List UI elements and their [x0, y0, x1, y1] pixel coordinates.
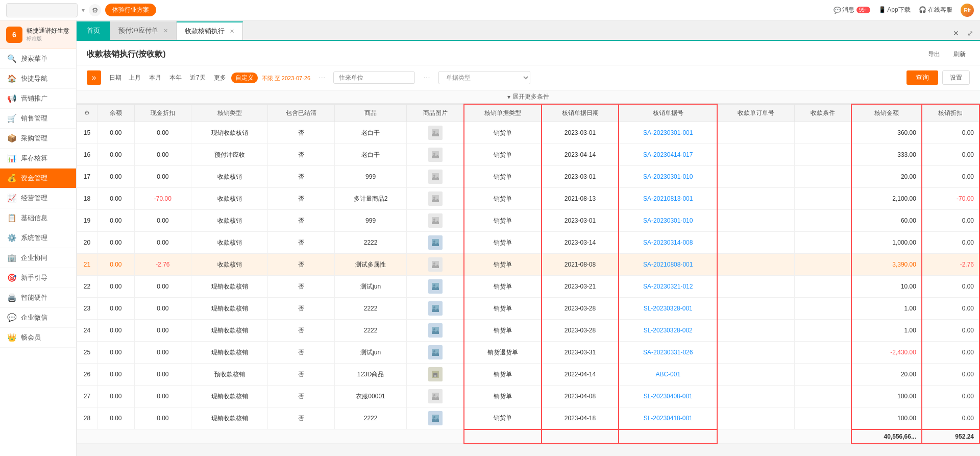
verify-bill-no-link[interactable]: ABC-001: [655, 371, 680, 378]
messages-link[interactable]: 💬 消息 99+: [834, 6, 870, 14]
expand-arrow-icon: ▾: [507, 93, 510, 101]
cell-verify-bill-no[interactable]: SA-20230414-017: [619, 144, 717, 166]
cell-verify-bill-no[interactable]: SL-20230418-001: [619, 407, 717, 429]
from-company-input[interactable]: [333, 71, 415, 84]
tab-home[interactable]: 首页: [77, 21, 110, 40]
cell-balance: 0.00: [97, 342, 135, 364]
cell-verify-bill-date: 2023-03-28: [542, 298, 619, 320]
sidebar-item-enterprise[interactable]: 🏢 企业协同: [0, 248, 76, 268]
date-custom-button[interactable]: 自定义: [231, 73, 258, 83]
sidebar-item-sales[interactable]: 🛒 销售管理: [0, 109, 76, 129]
cell-receipt-order-no: [717, 144, 794, 166]
cell-goods: 123D商品: [334, 364, 407, 386]
bill-type-select[interactable]: 单据类型: [438, 71, 530, 84]
cell-verify-bill-no[interactable]: SL-20230328-001: [619, 298, 717, 320]
cell-verify-bill-no[interactable]: SA-20230301-010: [619, 210, 717, 232]
sidebar-item-basic[interactable]: 📋 基础信息: [0, 208, 76, 228]
cell-verify-bill-no[interactable]: SA-20230301-010: [619, 166, 717, 188]
cell-include-settled: 否: [268, 166, 335, 188]
verify-bill-no-link[interactable]: SL-20230328-002: [644, 327, 693, 334]
verify-bill-no-link[interactable]: SA-20230301-001: [643, 129, 693, 136]
sidebar-item-marketing[interactable]: 📢 营销推广: [0, 89, 76, 109]
cell-receipt-order-no: [717, 407, 794, 429]
cell-verify-amount: 1,000.00: [851, 232, 922, 254]
verify-bill-no-link[interactable]: SA-20230301-010: [643, 217, 693, 224]
online-service-link[interactable]: 🎧 在线客服: [919, 6, 952, 14]
cell-verify-type: 收款核销: [191, 188, 267, 210]
cell-verify-bill-no[interactable]: SA-20230301-001: [619, 122, 717, 144]
cell-goods: 2222: [334, 407, 407, 429]
cell-verify-bill-no[interactable]: SA-20230321-012: [619, 276, 717, 298]
tab-actions: ✕ ⤢: [950, 28, 980, 40]
cell-verify-bill-no[interactable]: SA-20230331-026: [619, 342, 717, 364]
verify-bill-no-link[interactable]: SA-20210808-001: [643, 261, 693, 268]
verify-bill-no-link[interactable]: SL-20230418-001: [644, 415, 693, 422]
cell-verify-bill-no[interactable]: ABC-001: [619, 364, 717, 386]
cell-goods-img: [407, 320, 464, 342]
cell-verify-discount: 0.00: [922, 232, 979, 254]
tab-close-prepay[interactable]: ✕: [163, 28, 168, 34]
sidebar-item-operation[interactable]: 📈 经营管理: [0, 188, 76, 208]
sidebar-item-hardware[interactable]: 🖨️ 智能硬件: [0, 288, 76, 308]
sidebar-item-system[interactable]: ⚙️ 系统管理: [0, 228, 76, 248]
messages-badge: 99+: [856, 7, 870, 13]
verify-bill-no-link[interactable]: SL-20230328-001: [644, 305, 693, 312]
cell-verify-amount: 20.00: [851, 166, 922, 188]
date-this-month-button[interactable]: 本月: [146, 73, 164, 83]
cell-verify-bill-date: 2023-04-14: [542, 144, 619, 166]
sidebar-item-inventory[interactable]: 📊 库存核算: [0, 149, 76, 169]
cell-seq: 22: [77, 276, 97, 298]
verify-bill-no-link[interactable]: SA-20230331-026: [643, 349, 693, 356]
footer-verify-amount: 40,556,66...: [851, 429, 922, 444]
filter-settings-button[interactable]: 设置: [942, 70, 970, 85]
export-button[interactable]: 导出: [924, 48, 944, 61]
col-header-settings[interactable]: ⚙: [77, 104, 97, 122]
tab-maximize-button[interactable]: ⤢: [965, 28, 976, 39]
verify-bill-no-link[interactable]: SA-20230321-012: [643, 283, 693, 290]
cell-receipt-order-no: [717, 122, 794, 144]
sidebar-item-purchase[interactable]: 📦 采购管理: [0, 129, 76, 149]
cell-verify-bill-no[interactable]: SA-20210808-001: [619, 254, 717, 276]
footer-col-vbn: [619, 429, 717, 444]
cell-goods-img: [407, 210, 464, 232]
date-7days-button[interactable]: 近7天: [187, 73, 209, 83]
verify-bill-no-link[interactable]: SL-20230408-001: [644, 393, 693, 400]
sales-icon: 🛒: [7, 114, 17, 123]
trial-industry-button[interactable]: 体验行业方案: [105, 4, 156, 16]
cell-verify-bill-no[interactable]: SA-20230314-008: [619, 232, 717, 254]
settings-gear-icon[interactable]: ⚙: [89, 4, 101, 16]
cell-verify-bill-no[interactable]: SA-20210813-001: [619, 188, 717, 210]
col-header-verify-bill-date: 核销单据日期: [542, 104, 619, 122]
expand-conditions-bar[interactable]: ▾ 展开更多条件: [77, 90, 980, 104]
date-more-button[interactable]: 更多: [211, 73, 229, 83]
sidebar-item-shortcut[interactable]: 🏠 快捷导航: [0, 69, 76, 89]
cell-verify-bill-no[interactable]: SL-20230328-002: [619, 320, 717, 342]
verify-bill-no-link[interactable]: SA-20230314-008: [643, 239, 693, 246]
sidebar-item-guide[interactable]: 🎯 新手引导: [0, 268, 76, 288]
tab-close-receipt-verify[interactable]: ✕: [230, 28, 234, 35]
tab-close-window-button[interactable]: ✕: [950, 28, 962, 39]
tab-prepay[interactable]: 预付冲应付单 ✕: [110, 21, 177, 40]
avatar[interactable]: Rit: [961, 4, 974, 17]
verify-bill-no-link[interactable]: SA-20230414-017: [643, 151, 693, 158]
cell-verify-bill-no[interactable]: SL-20230408-001: [619, 386, 717, 407]
query-button[interactable]: 查询: [906, 70, 938, 85]
app-download-link[interactable]: 📱 App下载: [878, 6, 911, 14]
refresh-button[interactable]: 刷新: [949, 48, 970, 61]
cell-receipt-condition: [794, 320, 851, 342]
cell-seq: 15: [77, 122, 97, 144]
operation-icon: 📈: [7, 194, 17, 203]
date-last-month-button[interactable]: 上月: [126, 73, 144, 83]
marketing-icon: 📢: [7, 94, 17, 103]
verify-bill-no-link[interactable]: SA-20210813-001: [643, 195, 693, 202]
cell-seq: 16: [77, 144, 97, 166]
date-this-year-button[interactable]: 本年: [166, 73, 185, 83]
sidebar-item-finance[interactable]: 💰 资金管理: [0, 169, 76, 188]
verify-bill-no-link[interactable]: SA-20230301-010: [643, 173, 693, 180]
sidebar-item-search[interactable]: 🔍 搜索菜单: [0, 49, 76, 69]
tab-receipt-verify[interactable]: 收款核销执行 ✕: [177, 21, 243, 40]
sidebar-item-wechat[interactable]: 💬 企业微信: [0, 308, 76, 328]
svg-point-1: [433, 131, 435, 133]
sidebar-item-member[interactable]: 👑 畅会员: [0, 328, 76, 348]
filter-toggle-button[interactable]: »: [87, 70, 101, 85]
